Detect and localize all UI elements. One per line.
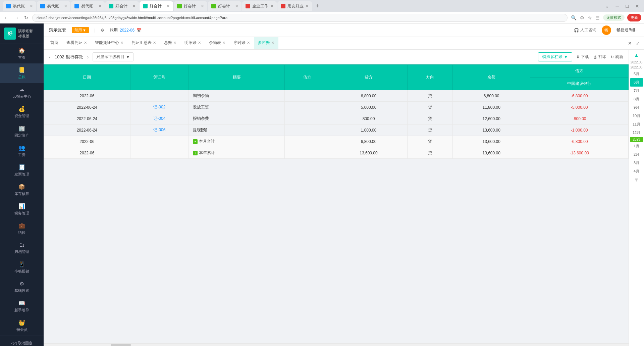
incognito-mode[interactable]: 无痕模式 bbox=[603, 14, 625, 21]
browser-tab-1[interactable]: 易代账 ✕ bbox=[3, 1, 36, 11]
special-ledger-button[interactable]: 特殊多栏账 ▼ bbox=[538, 52, 572, 61]
tab-sequence-close[interactable]: ✕ bbox=[247, 41, 250, 45]
next-account-button[interactable]: › bbox=[87, 54, 89, 60]
sidebar-item-ledger[interactable]: 📒 总账 bbox=[0, 63, 44, 83]
tab-close-1[interactable]: ✕ bbox=[30, 4, 33, 8]
forward-button[interactable]: → bbox=[13, 14, 20, 22]
tab-close-3[interactable]: ✕ bbox=[98, 4, 101, 8]
prev-account-button[interactable]: ‹ bbox=[49, 54, 51, 60]
tab-smart-voucher-close[interactable]: ✕ bbox=[120, 41, 123, 45]
browser-tab-9[interactable]: 用友好业 ✕ bbox=[277, 1, 312, 11]
search-icon[interactable]: 🔍 bbox=[570, 14, 577, 21]
update-button[interactable]: 更新 bbox=[627, 14, 641, 21]
address-input[interactable] bbox=[32, 14, 568, 22]
account-tag[interactable]: 禁用 ▼ bbox=[72, 27, 89, 33]
tab-home[interactable]: 首页 bbox=[46, 37, 62, 50]
sidebar-item-wage[interactable]: 👥 工资 bbox=[0, 141, 44, 161]
maximize-button[interactable]: □ bbox=[624, 2, 631, 10]
tab-sequence[interactable]: 序时账 ✕ bbox=[229, 37, 254, 50]
sidebar-item-settings[interactable]: ⚙ 基础设置 bbox=[0, 277, 44, 297]
tab-balance[interactable]: 余额表 ✕ bbox=[205, 37, 229, 50]
user-avatar[interactable]: 畅 bbox=[602, 26, 611, 35]
profile-icon[interactable]: ☰ bbox=[595, 14, 600, 21]
tab-close-5[interactable]: ✕ bbox=[167, 4, 170, 8]
tab-close-8[interactable]: ✕ bbox=[270, 4, 273, 8]
horizontal-scrollbar[interactable] bbox=[44, 343, 629, 346]
new-tab-button[interactable]: + bbox=[313, 1, 322, 11]
tab-smart-voucher[interactable]: 智能凭证中心 ✕ bbox=[91, 37, 127, 50]
browser-tab-7[interactable]: 好会计 ✕ bbox=[208, 1, 241, 11]
tab-general-ledger-close[interactable]: ✕ bbox=[173, 41, 176, 45]
print-button[interactable]: 🖨 打印 bbox=[593, 54, 606, 60]
tab-detail-ledger[interactable]: 明细账 ✕ bbox=[180, 37, 205, 50]
tab-multi-column[interactable]: 多栏账 ✕ bbox=[254, 37, 278, 50]
month-september[interactable]: 9月 bbox=[630, 103, 643, 112]
month-nav-down-button[interactable]: ▼ bbox=[633, 176, 641, 184]
sidebar-item-fund[interactable]: 💰 资金管理 bbox=[0, 102, 44, 122]
sidebar-item-close[interactable]: 💼 结账 bbox=[0, 219, 44, 239]
sidebar-item-report[interactable]: ☁ 云报表中心 bbox=[0, 83, 44, 102]
bookmark-icon[interactable]: ☆ bbox=[587, 14, 593, 21]
expand-panel-icon[interactable]: ⤢ bbox=[635, 39, 641, 47]
sidebar-item-asset[interactable]: 🏢 固定资产 bbox=[0, 122, 44, 141]
tab-balance-close[interactable]: ✕ bbox=[222, 41, 225, 45]
voucher-link-1[interactable]: 记-002 bbox=[153, 105, 165, 109]
tab-close-2[interactable]: ✕ bbox=[64, 4, 67, 8]
tab-list-button[interactable]: ⌄ bbox=[603, 2, 611, 10]
consult-button[interactable]: 🎧 人工咨询 bbox=[574, 27, 596, 33]
browser-tab-2[interactable]: 易代账 ✕ bbox=[37, 1, 70, 11]
tab-close-7[interactable]: ✕ bbox=[235, 4, 238, 8]
tab-close-6[interactable]: ✕ bbox=[201, 4, 204, 8]
month-may[interactable]: 5月 bbox=[630, 70, 643, 78]
period-value[interactable]: 2022-06 bbox=[120, 28, 135, 33]
back-button[interactable]: ← bbox=[3, 14, 10, 22]
refresh-ledger-button[interactable]: ↻ 刷新 bbox=[610, 54, 623, 60]
minimize-button[interactable]: ─ bbox=[614, 2, 621, 10]
month-august[interactable]: 8月 bbox=[630, 95, 643, 103]
sidebar-item-home[interactable]: 🏠 首页 bbox=[0, 44, 44, 63]
scrollbar-thumb[interactable] bbox=[111, 344, 131, 346]
tab-close-9[interactable]: ✕ bbox=[306, 4, 309, 8]
tab-close-4[interactable]: ✕ bbox=[132, 4, 136, 8]
download-button[interactable]: ⬇ 下载 bbox=[576, 54, 589, 60]
tab-view-voucher[interactable]: 查看凭证 ✕ bbox=[62, 37, 91, 50]
close-panel-icon[interactable]: ✕ bbox=[627, 39, 633, 47]
month-feb-2023[interactable]: 2月 bbox=[630, 150, 643, 159]
voucher-link-2[interactable]: 记-004 bbox=[153, 116, 165, 121]
tab-detail-ledger-close[interactable]: ✕ bbox=[198, 41, 201, 45]
tab-voucher-summary[interactable]: 凭证汇总表 ✕ bbox=[127, 37, 160, 50]
sidebar-item-member[interactable]: 👑 畅会员 bbox=[0, 316, 44, 336]
browser-tab-5[interactable]: 好会计 ✕ bbox=[140, 1, 173, 11]
sidebar-item-inventory[interactable]: 📦 库存核算 bbox=[0, 180, 44, 200]
sidebar-item-archive[interactable]: 🗂 归档管理 bbox=[0, 239, 44, 258]
subcategory-filter[interactable]: 只显示下级科目 ▼ bbox=[93, 52, 133, 61]
month-jan-2023[interactable]: 1月 bbox=[630, 142, 643, 150]
tab-voucher-summary-close[interactable]: ✕ bbox=[153, 41, 156, 45]
browser-tab-3[interactable]: 易代账 ✕ bbox=[71, 1, 105, 11]
month-nav-up-button[interactable]: ▲ bbox=[633, 51, 641, 60]
sidebar-item-expense[interactable]: 📱 小畅报销 bbox=[0, 258, 44, 277]
gear-icon[interactable]: ⚙ bbox=[101, 28, 104, 33]
browser-tab-8[interactable]: 企业工作 ✕ bbox=[242, 1, 277, 11]
month-july[interactable]: 7月 bbox=[630, 87, 643, 95]
month-june[interactable]: 6月 bbox=[630, 78, 643, 87]
browser-tab-4[interactable]: 好会计 ✕ bbox=[105, 1, 139, 11]
browser-tab-6[interactable]: 好会计 ✕ bbox=[174, 1, 207, 11]
sidebar-item-guide[interactable]: 📖 新手引导 bbox=[0, 297, 44, 316]
extension-icon[interactable]: ⚙ bbox=[579, 14, 585, 21]
refresh-button[interactable]: ↻ bbox=[23, 14, 30, 22]
sidebar-item-tax[interactable]: 📊 税务管理 bbox=[0, 200, 44, 219]
month-mar-2023[interactable]: 3月 bbox=[630, 159, 643, 167]
month-november[interactable]: 11月 bbox=[630, 120, 643, 129]
tab-view-voucher-close[interactable]: ✕ bbox=[84, 41, 87, 45]
month-apr-2023[interactable]: 4月 bbox=[630, 167, 643, 176]
sidebar-item-invoice[interactable]: 🧾 发票管理 bbox=[0, 161, 44, 180]
voucher-link-3[interactable]: 记-006 bbox=[153, 128, 165, 132]
close-window-button[interactable]: ✕ bbox=[633, 2, 641, 10]
month-october[interactable]: 10月 bbox=[630, 112, 643, 120]
tab-general-ledger[interactable]: 总账 ✕ bbox=[160, 37, 180, 50]
month-december[interactable]: 12月 bbox=[630, 129, 643, 137]
calendar-icon[interactable]: 📅 bbox=[137, 28, 142, 33]
tab-multi-column-close[interactable]: ✕ bbox=[271, 41, 274, 45]
collapse-button[interactable]: ◁◁ 取消固定 bbox=[3, 339, 41, 346]
